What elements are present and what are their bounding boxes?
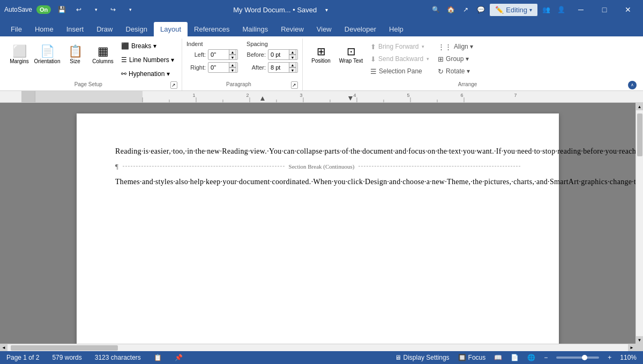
- spacing-before-up[interactable]: ▲: [289, 49, 296, 55]
- paragraph-col1[interactable]: Themes·and·styles·also·help·keep·your·do…: [115, 176, 635, 187]
- tab-file[interactable]: File: [4, 22, 28, 36]
- tab-insert[interactable]: Insert: [60, 22, 91, 36]
- column-1[interactable]: Themes·and·styles·also·help·keep·your·do…: [115, 176, 635, 192]
- focus-button[interactable]: 🔲 Focus: [456, 353, 488, 362]
- close-button[interactable]: ✕: [617, 0, 639, 19]
- save-icon[interactable]: 💾: [55, 3, 68, 16]
- spacing-after-down[interactable]: ▼: [289, 67, 296, 73]
- scrollbar-vertical[interactable]: ▲ ▼: [635, 103, 643, 344]
- page-label: Page 1 of 2: [6, 354, 39, 361]
- view-mode-web[interactable]: 🌐: [525, 353, 537, 362]
- display-settings-button[interactable]: 🖥 Display Settings: [393, 353, 452, 362]
- columns-button[interactable]: ▦ Columns: [90, 39, 116, 71]
- zoom-thumb[interactable]: [582, 355, 587, 360]
- indent-right-input[interactable]: 0" ▲ ▼: [208, 62, 238, 73]
- redo-icon[interactable]: ↪: [107, 3, 119, 16]
- indent-left-spinner[interactable]: ▲ ▼: [229, 49, 236, 60]
- editing-button[interactable]: ✏️ Editing ▾: [489, 3, 538, 17]
- tab-design[interactable]: Design: [119, 22, 154, 36]
- bring-forward-icon: ⬆: [370, 43, 376, 51]
- tab-layout[interactable]: Layout: [154, 22, 188, 36]
- align-button[interactable]: ⋮⋮ Align ▾: [435, 41, 476, 52]
- hyphenation-button[interactable]: ⚯ Hyphenation ▾: [118, 67, 177, 80]
- zoom-level[interactable]: 110%: [618, 353, 639, 362]
- tab-review[interactable]: Review: [274, 22, 310, 36]
- minimize-button[interactable]: ─: [570, 0, 592, 19]
- scroll-up-button[interactable]: ▲: [636, 103, 644, 110]
- undo-dropdown-icon[interactable]: ▾: [89, 3, 102, 16]
- svg-text:6: 6: [460, 93, 463, 98]
- comments-icon[interactable]: 💬: [474, 3, 487, 16]
- scrollbar-horizontal-bar: ◄ ►: [0, 344, 643, 351]
- undo-icon[interactable]: ↩: [72, 3, 85, 16]
- tab-developer[interactable]: Developer: [338, 22, 383, 36]
- send-backward-button[interactable]: ⬇ Send Backward ▾: [367, 53, 432, 65]
- character-count[interactable]: 3123 characters: [93, 353, 143, 362]
- paragraph-expand-button[interactable]: ↗: [291, 81, 298, 89]
- send-backward-dropdown[interactable]: ▾: [427, 56, 429, 62]
- tab-references[interactable]: References: [188, 22, 236, 36]
- scroll-left-button[interactable]: ◄: [0, 344, 8, 352]
- page-indicator[interactable]: Page 1 of 2: [4, 353, 41, 362]
- indent-right-spinner[interactable]: ▲ ▼: [229, 62, 236, 73]
- autosave-toggle[interactable]: On: [36, 5, 51, 14]
- track-changes-icon[interactable]: 📌: [173, 353, 185, 362]
- zoom-out-button[interactable]: −: [542, 353, 550, 362]
- spacing-before-spinner[interactable]: ▲ ▼: [289, 49, 296, 60]
- document-page[interactable]: Reading·is·easier,·too,·in·the·new·Readi…: [77, 113, 559, 344]
- document-scroll[interactable]: Reading·is·easier,·too,·in·the·new·Readi…: [0, 103, 635, 344]
- tab-draw[interactable]: Draw: [90, 22, 119, 36]
- position-button[interactable]: ⊞ Position: [307, 39, 335, 71]
- rotate-button[interactable]: ↻ Rotate ▾: [435, 65, 476, 77]
- word-count[interactable]: 579 words: [50, 353, 84, 362]
- customize-qat-icon[interactable]: ▾: [124, 3, 137, 16]
- indent-right-down[interactable]: ▼: [229, 67, 236, 73]
- editing-icon: ✏️: [495, 6, 504, 14]
- restore-button[interactable]: □: [594, 0, 615, 19]
- character-count-label: 3123 characters: [95, 354, 141, 361]
- tab-mailings[interactable]: Mailings: [236, 22, 275, 36]
- search-icon[interactable]: 🔍: [429, 3, 442, 16]
- group-button[interactable]: ⊞ Group ▾: [435, 53, 476, 65]
- wrap-text-button[interactable]: ⊡ Wrap Text: [337, 39, 365, 71]
- page-setup-expand-button[interactable]: ↗: [170, 81, 178, 89]
- page-setup-footer: Page Setup ↗: [6, 80, 177, 90]
- colab-icon[interactable]: 👥: [540, 3, 553, 16]
- section-break-line: ¶ Section Break (Continuous): [115, 161, 520, 172]
- spacing-before-input[interactable]: 0 pt ▲ ▼: [268, 49, 298, 60]
- indent-right-up[interactable]: ▲: [229, 62, 236, 67]
- indent-left-input[interactable]: 0" ▲ ▼: [208, 49, 238, 60]
- orientation-button[interactable]: 📄 Orientation: [34, 39, 60, 71]
- spacing-after-up[interactable]: ▲: [289, 62, 296, 67]
- profile-icon[interactable]: 👤: [555, 3, 568, 16]
- scroll-thumb-vertical[interactable]: [637, 113, 642, 156]
- breaks-button[interactable]: ⬛ Breaks ▾: [118, 40, 177, 52]
- view-mode-read[interactable]: 📖: [492, 353, 504, 362]
- spacing-after-spinner[interactable]: ▲ ▼: [289, 62, 296, 73]
- margins-button[interactable]: ⬜ Margins: [6, 39, 32, 71]
- share-icon[interactable]: ↗: [459, 3, 472, 16]
- scroll-thumb-horizontal[interactable]: [11, 345, 118, 351]
- size-button[interactable]: 📋 Size: [62, 39, 88, 71]
- view-mode-print[interactable]: 📄: [509, 353, 521, 362]
- bring-forward-button[interactable]: ⬆ Bring Forward ▾: [367, 41, 432, 52]
- arrange-collapse-button[interactable]: ∧: [628, 81, 637, 89]
- tab-home[interactable]: Home: [28, 22, 60, 36]
- paragraph-1[interactable]: Reading·is·easier,·too,·in·the·new·Readi…: [115, 146, 520, 157]
- bring-forward-dropdown[interactable]: ▾: [422, 44, 424, 49]
- tab-view[interactable]: View: [310, 22, 338, 36]
- spacing-after-input[interactable]: 8 pt ▲ ▼: [268, 62, 298, 73]
- title-dropdown-icon[interactable]: ▾: [320, 3, 333, 16]
- tab-help[interactable]: Help: [383, 22, 410, 36]
- zoom-slider[interactable]: [556, 357, 599, 359]
- spacing-before-down[interactable]: ▼: [289, 55, 296, 60]
- indent-left-down[interactable]: ▼: [229, 55, 236, 60]
- indent-left-up[interactable]: ▲: [229, 49, 236, 55]
- proofing-icon[interactable]: 📋: [152, 353, 164, 362]
- ribbon-display-icon[interactable]: 🏠: [444, 3, 457, 16]
- line-numbers-button[interactable]: ☰ Line Numbers ▾: [118, 54, 177, 66]
- scroll-down-button[interactable]: ▼: [636, 336, 644, 344]
- scroll-right-button[interactable]: ►: [628, 344, 635, 352]
- zoom-in-button[interactable]: +: [605, 353, 614, 362]
- selection-pane-button[interactable]: ☰ Selection Pane: [367, 65, 432, 77]
